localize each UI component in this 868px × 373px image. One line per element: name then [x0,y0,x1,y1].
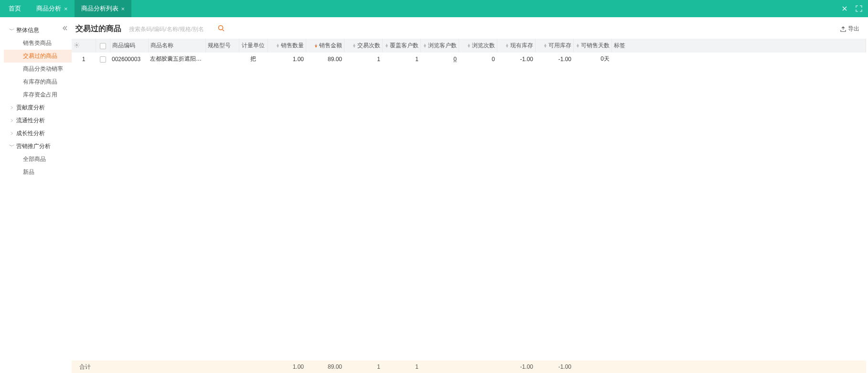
topbar-right-controls [840,0,868,17]
cell-tx: 1 [344,53,382,65]
column-label: 浏览客户数 [428,42,457,49]
svg-point-1 [76,44,77,45]
row-index: 1 [72,53,96,65]
search-icon[interactable] [218,25,225,33]
chevron-right-icon: ﹥ [10,117,14,125]
search-input[interactable] [129,26,215,32]
column-label: 覆盖客户数 [390,42,418,49]
sort-icon: ▲▼ [423,44,427,48]
sidebar-item-category-rate[interactable]: 商品分类动销率 [4,63,72,75]
sidebar-group-liquidity[interactable]: ﹥ 流通性分析 [4,114,72,127]
column-name[interactable]: 商品名称 [148,39,205,53]
column-bcust[interactable]: ▲▼浏览客户数 [420,39,459,53]
column-tx[interactable]: ▲▼交易次数 [344,39,382,53]
table-row[interactable]: 1 002600003 左都胶囊五折遮阳伞防晒伞 把 1.00 89.00 1 … [72,53,866,65]
tab-product-analysis-list[interactable]: 商品分析列表 × [75,0,132,17]
totals-stock: -1.00 [497,363,535,370]
cell-cust: 1 [382,53,420,65]
export-button[interactable]: 导出 [837,24,862,34]
sort-icon: ▲▼ [353,44,356,48]
sidebar-group-label: 成长性分析 [16,129,45,138]
close-icon[interactable]: × [121,5,125,12]
sort-icon: ▲▼ [467,44,471,48]
sidebar-item-all-products[interactable]: 全部商品 [4,153,72,166]
column-days[interactable]: ▲▼可销售天数 [573,39,611,53]
totals-row: 合计 1.00 89.00 1 1 -1.00 -1.00 [72,361,866,373]
cell-views: 0 [459,53,497,65]
column-qty[interactable]: ▲▼销售数量 [268,39,306,53]
sidebar-item-label: 交易过的商品 [23,53,57,59]
sidebar-item-label: 库存资金占用 [23,91,57,98]
totals-cust: 1 [382,363,420,370]
sidebar-item-in-stock-products[interactable]: 有库存的商品 [4,75,72,88]
column-settings[interactable] [72,39,96,53]
column-label: 规格型号 [208,42,231,49]
column-label: 商品名称 [150,42,173,49]
column-label: 浏览次数 [472,42,495,49]
page-title: 交易过的商品 [75,24,121,34]
cell-amount: 89.00 [306,53,344,65]
main-content: 交易过的商品 导出 [72,24,868,373]
column-code[interactable]: 商品编码 [110,39,148,53]
cell-unit: 把 [239,53,268,65]
column-unit[interactable]: 计量单位 [239,39,268,53]
sidebar-item-stock-capital[interactable]: 库存资金占用 [4,88,72,101]
sidebar-group-marketing[interactable]: ﹀ 营销推广分析 [4,140,72,153]
export-label: 导出 [848,25,859,33]
close-icon[interactable]: × [64,5,68,12]
chevron-right-icon: ﹥ [10,129,14,138]
column-spec[interactable]: 规格型号 [205,39,239,53]
totals-label: 合计 [72,363,96,371]
column-label: 销售数量 [281,42,304,49]
close-panel-icon[interactable] [840,4,849,13]
sort-icon: ▲▼ [576,44,580,48]
cell-bcust[interactable]: 0 [420,53,459,65]
sidebar: ﹀ 整体信息 销售类商品 交易过的商品 商品分类动销率 有库存的商品 库存资金占… [0,24,72,373]
data-table-container: 商品编码 商品名称 规格型号 计量单位 ▲▼销售数量 ▲▼销售金额 ▲▼交易次数… [72,39,866,361]
row-checkbox[interactable] [96,53,110,65]
column-checkbox[interactable] [96,39,110,53]
sidebar-group-contribution[interactable]: ﹥ 贡献度分析 [4,101,72,114]
cell-avail: -1.00 [535,53,573,65]
cell-spec [205,53,239,65]
sidebar-item-label: 新品 [23,169,34,175]
search-box [129,25,225,33]
totals-avail: -1.00 [535,363,573,370]
sort-icon: ▲▼ [505,44,509,48]
column-views[interactable]: ▲▼浏览次数 [459,39,497,53]
sidebar-item-new-products[interactable]: 新品 [4,166,72,179]
column-cust[interactable]: ▲▼覆盖客户数 [382,39,420,53]
sort-icon: ▲▼ [276,44,280,48]
sidebar-item-traded-products[interactable]: 交易过的商品 [4,50,72,63]
cell-days: 0天 [573,53,611,65]
column-label: 计量单位 [242,42,265,49]
sidebar-group-growth[interactable]: ﹥ 成长性分析 [4,127,72,140]
cell-stock: -1.00 [497,53,535,65]
table-header: 商品编码 商品名称 规格型号 计量单位 ▲▼销售数量 ▲▼销售金额 ▲▼交易次数… [72,39,866,53]
tab-product-analysis-label: 商品分析 [36,4,61,13]
column-tag[interactable]: 标签 [611,39,866,53]
sidebar-item-sales-products[interactable]: 销售类商品 [4,37,72,50]
totals-qty: 1.00 [268,363,306,370]
sidebar-group-label: 营销推广分析 [16,142,51,150]
column-avail[interactable]: ▲▼可用库存 [535,39,573,53]
tab-home[interactable]: 首页 [0,0,30,17]
cell-bcust-value: 0 [453,56,457,63]
top-tab-bar: 首页 商品分析 × 商品分析列表 × [0,0,868,17]
sidebar-collapse-icon[interactable] [60,24,69,32]
column-label: 现有库存 [510,42,533,49]
sort-icon: ▲▼ [544,44,547,48]
column-stock[interactable]: ▲▼现有库存 [497,39,535,53]
sidebar-item-label: 有库存的商品 [23,78,57,85]
tab-product-analysis[interactable]: 商品分析 × [30,0,75,17]
totals-tx: 1 [344,363,382,370]
totals-amount: 89.00 [306,363,344,370]
sidebar-group-label: 贡献度分析 [16,104,45,112]
cell-name: 左都胶囊五折遮阳伞防晒伞 [148,53,205,65]
data-table: 商品编码 商品名称 规格型号 计量单位 ▲▼销售数量 ▲▼销售金额 ▲▼交易次数… [72,39,866,65]
fullscreen-icon[interactable] [855,4,863,13]
column-label: 可销售天数 [581,42,610,49]
column-label: 标签 [614,42,625,49]
cell-qty: 1.00 [268,53,306,65]
column-amount[interactable]: ▲▼销售金额 [306,39,344,53]
